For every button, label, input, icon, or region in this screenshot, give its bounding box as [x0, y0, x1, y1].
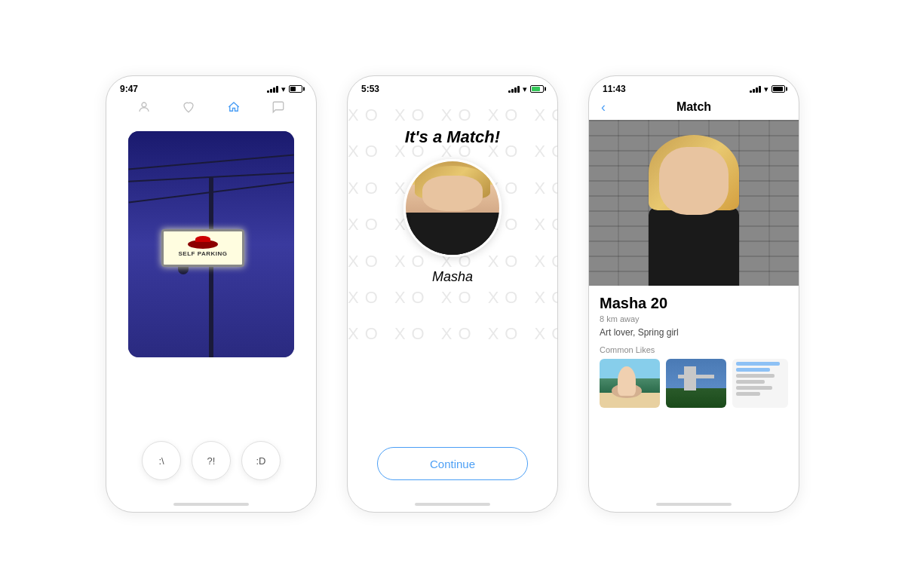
- phone-1: 9:47 ▾: [106, 75, 317, 513]
- status-bar-3: 11:43 ▾: [589, 76, 799, 97]
- wifi-icon-3: ▾: [764, 84, 768, 94]
- sign-box: SELF PARKING: [161, 229, 244, 267]
- home-indicator-2: [415, 503, 490, 506]
- pole: [209, 176, 213, 357]
- like-text-card[interactable]: [732, 359, 788, 408]
- xo-row-7: XO XO XO XO XO XO: [348, 316, 557, 352]
- signal-icon-1: [267, 85, 278, 93]
- battery-icon-2: [530, 85, 544, 93]
- reaction-btn-0[interactable]: :\: [142, 441, 181, 480]
- text-line-3: [736, 374, 775, 378]
- home-indicator-3: [656, 503, 732, 506]
- like-thumb-christ[interactable]: [666, 359, 726, 408]
- phone3-content: Masha 20 8 km away Art lover, Spring gir…: [589, 120, 799, 503]
- status-icons-2: ▾: [508, 84, 544, 94]
- signal-icon-2: [508, 85, 520, 93]
- profile-name-age: Masha 20: [600, 295, 788, 312]
- status-icons-1: ▾: [267, 84, 302, 94]
- common-likes-label: Common Likes: [600, 345, 788, 354]
- text-line-2: [736, 368, 770, 372]
- text-line-1: [736, 362, 780, 366]
- sign-text: SELF PARKING: [179, 250, 228, 257]
- match-center: It's a Match! Masha: [403, 127, 502, 285]
- phone-2: 5:53 ▾ XO XO XO XO XO XO XO XO XO XO XO …: [347, 75, 558, 513]
- time-3: 11:43: [603, 84, 626, 94]
- battery-icon-3: [772, 85, 785, 93]
- status-icons-3: ▾: [750, 84, 785, 94]
- photo-card: SELF PARKING: [128, 131, 294, 357]
- profile-info: Masha 20 8 km away Art lover, Spring gir…: [589, 286, 799, 503]
- screen-title: Match: [676, 100, 711, 114]
- nav-heart-icon[interactable]: [182, 100, 195, 118]
- christ-figure: [684, 366, 696, 391]
- likes-row: [600, 359, 788, 408]
- reaction-btn-2[interactable]: :D: [241, 441, 281, 480]
- battery-icon-1: [289, 85, 302, 93]
- christ-arms: [678, 375, 714, 378]
- xo-row-6: XO XO XO XO XO XO: [348, 280, 557, 316]
- bottom-nav-1: [106, 97, 316, 124]
- wifi-icon-1: ▾: [281, 84, 286, 94]
- reaction-btn-1[interactable]: ?!: [192, 441, 231, 480]
- profile-distance: 8 km away: [600, 314, 788, 323]
- status-bar-2: 5:53 ▾: [348, 76, 557, 97]
- like-thumb-venus[interactable]: [600, 359, 660, 408]
- profile-bio: Art lover, Spring girl: [600, 327, 788, 338]
- phone1-content: SELF PARKING :\ ?! :D: [106, 124, 316, 503]
- match-name: Masha: [432, 269, 473, 285]
- time-1: 9:47: [120, 84, 138, 94]
- nav-chat-icon[interactable]: [272, 100, 285, 118]
- text-line-4: [736, 380, 765, 384]
- venus-image: [600, 359, 660, 408]
- profile-photo: [589, 120, 799, 286]
- match-title: It's a Match!: [405, 127, 500, 147]
- phone-3: 11:43 ▾ ‹ Match: [588, 75, 799, 513]
- sign-ufo: [188, 240, 218, 249]
- continue-button[interactable]: Continue: [377, 447, 528, 480]
- signal-icon-3: [750, 85, 761, 93]
- back-button[interactable]: ‹: [601, 100, 606, 115]
- wire-1: [128, 154, 293, 170]
- reaction-buttons: :\ ?! :D: [142, 441, 281, 480]
- time-2: 5:53: [361, 84, 379, 94]
- parking-scene: SELF PARKING: [128, 131, 294, 357]
- text-line-6: [736, 392, 760, 396]
- profile-person: [649, 135, 739, 286]
- nav-home-icon[interactable]: [227, 100, 241, 118]
- phone3-nav: ‹ Match: [589, 97, 799, 120]
- status-bar-1: 9:47 ▾: [106, 76, 316, 97]
- venus-figure: [618, 366, 636, 396]
- text-line-5: [736, 386, 772, 390]
- nav-profile-icon[interactable]: [137, 100, 151, 118]
- phone2-content: XO XO XO XO XO XO XO XO XO XO XO XO XO X…: [348, 97, 557, 503]
- match-avatar: [403, 159, 502, 257]
- home-indicator-1: [173, 503, 249, 506]
- lamp-head: [178, 267, 189, 274]
- svg-point-0: [142, 103, 146, 107]
- christ-image: [666, 359, 726, 408]
- wifi-icon-2: ▾: [523, 84, 527, 94]
